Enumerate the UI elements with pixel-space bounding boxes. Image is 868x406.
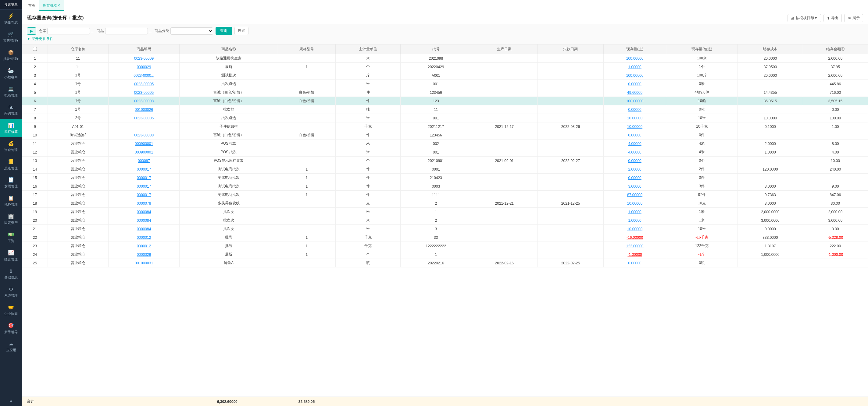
- qty-link[interactable]: 3.00000: [628, 184, 641, 189]
- code-link[interactable]: 0000017: [137, 193, 151, 197]
- qty-link[interactable]: 0.00000: [628, 159, 641, 163]
- sidebar-settings[interactable]: ⚙: [0, 396, 22, 406]
- sidebar-item-collab[interactable]: 🤝 企业协同: [0, 301, 22, 319]
- tab-home[interactable]: 首页: [24, 0, 39, 11]
- code-link[interactable]: 0000084: [137, 218, 151, 223]
- qty-link[interactable]: -16.00000: [626, 235, 643, 240]
- cell-exp-date: [537, 174, 604, 182]
- code-link[interactable]: 000900001: [135, 142, 153, 146]
- sidebar-item-assets[interactable]: 🏢 固定资产: [0, 210, 22, 229]
- qty-link[interactable]: 4.00000: [628, 142, 641, 146]
- sidebar-item-base-info[interactable]: ℹ 基础信息: [0, 265, 22, 283]
- sidebar-item-wholesale[interactable]: 📦 批发管理▾: [0, 46, 22, 65]
- cell-batch: 1: [401, 250, 471, 259]
- tab-inventory-batch[interactable]: 库存批次✕: [39, 0, 64, 11]
- table-row: 15营业粮仓0000017测试电商批次1件2104230.000000件: [22, 174, 868, 182]
- category-select[interactable]: [170, 27, 213, 35]
- code-link[interactable]: 0023-00005: [134, 116, 154, 120]
- code-link[interactable]: 0000012: [137, 235, 151, 240]
- query-button[interactable]: 查询: [216, 27, 232, 35]
- code-link[interactable]: 0023-00005: [134, 91, 154, 95]
- sidebar-logo[interactable]: 搜索菜单: [0, 0, 22, 10]
- sidebar-item-guide[interactable]: 🎯 新手引导: [0, 319, 22, 337]
- qty-link[interactable]: 122.00000: [626, 244, 644, 248]
- code-link[interactable]: 0023-00005: [134, 82, 154, 86]
- qty-link[interactable]: 1.00000: [628, 65, 641, 69]
- cell-prod-date: [471, 208, 537, 216]
- qty-link[interactable]: 0.00000: [628, 176, 641, 180]
- qty-link[interactable]: 49.60000: [627, 91, 642, 95]
- code-link[interactable]: 0023-00008: [134, 99, 154, 103]
- sidebar-item-payroll[interactable]: 💵 工资: [0, 228, 22, 246]
- sidebar-item-cloud[interactable]: ☁ 云应用: [0, 337, 22, 356]
- cell-num: 23: [22, 242, 48, 250]
- code-link[interactable]: 0000017: [137, 167, 151, 171]
- code-link[interactable]: 0023-00008: [134, 133, 154, 137]
- goods-input[interactable]: [105, 28, 148, 34]
- code-link[interactable]: 001000026: [135, 107, 153, 112]
- qty-link[interactable]: 87.00000: [627, 193, 642, 197]
- sidebar-item-ecommerce[interactable]: 💻 电商管理: [0, 82, 22, 101]
- qty-link[interactable]: 10.00000: [627, 116, 642, 120]
- cell-batch: 2: [401, 216, 471, 225]
- code-link[interactable]: 0000078: [137, 201, 151, 206]
- sidebar-item-retail[interactable]: 🛒 零售管理▾: [0, 28, 22, 46]
- select-all-checkbox[interactable]: [33, 47, 37, 51]
- qty-link[interactable]: 0.00000: [628, 82, 641, 86]
- cell-amount: 2,000.00: [803, 208, 868, 216]
- qty-link[interactable]: 100.00000: [626, 73, 644, 78]
- export-button[interactable]: ⬆ 导出: [824, 14, 842, 22]
- qty-link[interactable]: 4.00000: [628, 150, 641, 155]
- qty-link[interactable]: 10.00000: [627, 125, 642, 129]
- qty-link[interactable]: 1.00000: [628, 210, 641, 214]
- sidebar-item-invoice[interactable]: 🧾 发票管理: [0, 174, 22, 192]
- cell-name: 测试批次: [180, 71, 278, 80]
- sidebar-item-ops[interactable]: 📈 经营管理: [0, 246, 22, 265]
- qty-link[interactable]: 10.00000: [627, 201, 642, 206]
- sidebar-item-quick-nav[interactable]: ⚡ 快捷导航: [0, 10, 22, 28]
- code-link[interactable]: 0000029: [137, 65, 151, 69]
- sidebar-item-ledger[interactable]: 📒 总账管理: [0, 155, 22, 174]
- code-link[interactable]: 0000084: [137, 210, 151, 214]
- sidebar-item-purchase[interactable]: 🛍 采购管理: [0, 101, 22, 119]
- code-link[interactable]: 0023-0000...: [133, 73, 154, 78]
- qty-link[interactable]: 0.00000: [628, 133, 641, 137]
- sidebar-item-tax[interactable]: 📋 税务管理: [0, 192, 22, 210]
- sidebar-item-goose[interactable]: 🦢 小鹅电商: [0, 64, 22, 82]
- code-link[interactable]: 000900001: [135, 150, 153, 155]
- cell-qty-pkg: 0件: [666, 131, 738, 139]
- code-link[interactable]: 0000012: [137, 244, 151, 248]
- cell-qty-pkg: 0件: [666, 174, 738, 182]
- code-link[interactable]: 0000084: [137, 227, 151, 231]
- cell-prod-date: [471, 97, 537, 105]
- qty-link[interactable]: 1.00000: [628, 218, 641, 223]
- qty-link[interactable]: 0.00000: [628, 261, 641, 265]
- sidebar-item-inventory[interactable]: 📊 库存核算: [0, 119, 22, 137]
- sidebar-item-finance[interactable]: 💰 资金管理: [0, 137, 22, 155]
- code-link[interactable]: 001000031: [135, 261, 153, 265]
- qty-link[interactable]: 100.00000: [626, 56, 644, 61]
- code-link[interactable]: 0023-00009: [134, 56, 154, 61]
- qty-link[interactable]: 2.00000: [628, 167, 641, 171]
- display-button[interactable]: 👁 展示: [844, 14, 863, 22]
- code-link[interactable]: 0000029: [137, 252, 151, 257]
- code-link[interactable]: 0000017: [137, 184, 151, 189]
- cell-spec: 1: [278, 250, 335, 259]
- qty-link[interactable]: -1.00000: [627, 252, 642, 257]
- cell-name: POS显示库存异常: [180, 157, 278, 165]
- code-link[interactable]: 0000017: [137, 176, 151, 180]
- qty-link[interactable]: 0.00000: [628, 107, 641, 112]
- qty-link[interactable]: 10.00000: [627, 227, 642, 231]
- warehouse-input[interactable]: [47, 28, 90, 34]
- expand-conditions-button[interactable]: ▼ 展开更多条件: [27, 36, 863, 41]
- table-row: 10测试选验20023-00008富诚（白色/初情）白色/初情件1234560.…: [22, 131, 868, 139]
- qty-link[interactable]: 100.00000: [626, 99, 644, 103]
- print-button[interactable]: 🖨 按模板打印▼: [787, 14, 821, 22]
- code-link[interactable]: 000097: [138, 159, 150, 163]
- sidebar-item-sys-mgmt[interactable]: ⚙ 系统管理: [0, 283, 22, 301]
- cell-qty-pkg: 10千克: [666, 123, 738, 131]
- expand-search-button[interactable]: ▶: [27, 27, 36, 35]
- display-icon: 👁: [847, 16, 851, 21]
- settings-button[interactable]: 设置: [235, 27, 248, 35]
- cell-qty-pkg: 10米: [666, 114, 738, 123]
